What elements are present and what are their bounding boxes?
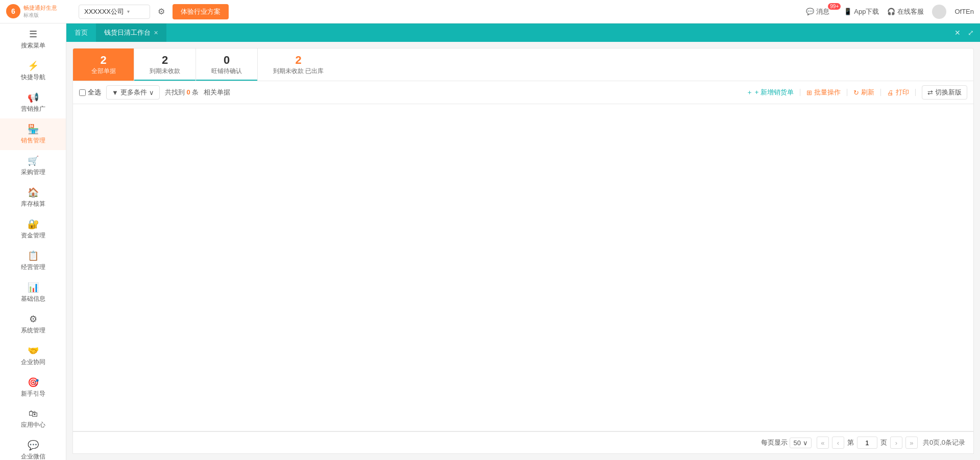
- company-name: XXXXXX公司: [84, 7, 124, 16]
- sidebar-label-app-center: 应用中心: [21, 421, 45, 429]
- sidebar-label-inventory: 库存核算: [21, 200, 45, 208]
- sidebar-label-quick-nav: 快捷导航: [21, 73, 45, 82]
- sidebar-item-system[interactable]: ⚙ 系统管理: [0, 308, 66, 340]
- stat-tab-overdue-shipped[interactable]: 2 到期未收款 已出库: [258, 49, 339, 81]
- guide-icon: 🎯: [28, 377, 39, 388]
- tab-indicator-overdue: [134, 80, 195, 81]
- quick-nav-icon: ⚡: [28, 60, 39, 71]
- sidebar-item-marketing[interactable]: 📢 营销推广: [0, 87, 66, 118]
- related-orders-link[interactable]: 相关单据: [204, 88, 230, 97]
- sidebar-item-operations[interactable]: 📋 经营管理: [0, 245, 66, 277]
- online-service-label: 在线客服: [897, 7, 924, 16]
- message-action[interactable]: 💬 消息 99+: [806, 7, 836, 16]
- stat-label-overdue-shipped: 到期未收款 已出库: [273, 67, 324, 76]
- toolbar-left: 全选 ▼ 更多条件 ∨ 共找到 0 条 相关单据: [79, 85, 740, 100]
- app-download-label: App下载: [854, 7, 879, 16]
- page-size-select: 每页显示 50 ∨: [761, 438, 811, 448]
- tab-cash-goods[interactable]: 钱货日清工作台 ✕: [96, 23, 166, 42]
- switch-icon: ⇄: [927, 89, 933, 96]
- tab-maximize-icon[interactable]: ⤢: [966, 28, 976, 38]
- tab-home-label: 首页: [75, 28, 88, 37]
- logo-area: 6 畅捷通好生意 标准版: [6, 4, 72, 18]
- per-page-label: 每页显示: [761, 438, 788, 447]
- sidebar-item-search-menu[interactable]: ☰ 搜索菜单: [0, 23, 66, 55]
- chevron-down-icon: ▾: [127, 9, 130, 14]
- print-button[interactable]: 🖨 打印: [887, 88, 909, 97]
- sidebar-item-purchase[interactable]: 🛒 采购管理: [0, 150, 66, 182]
- batch-button[interactable]: ⊞ 批量操作: [806, 88, 841, 97]
- sidebar-item-finance[interactable]: 🔐 资金管理: [0, 213, 66, 245]
- tab-bar: 首页 钱货日清工作台 ✕ ✕ ⤢: [66, 23, 980, 42]
- content-area: 首页 钱货日清工作台 ✕ ✕ ⤢ 2 全部单据 2 到期未收款: [66, 23, 980, 460]
- sidebar-item-inventory[interactable]: 🏠 库存核算: [0, 182, 66, 213]
- page-of-label: 页: [880, 438, 887, 447]
- operations-icon: 📋: [28, 250, 39, 261]
- sidebar-item-sales[interactable]: 🏪 销售管理: [0, 118, 66, 150]
- settings-icon[interactable]: ⚙: [154, 5, 168, 19]
- stat-count-overdue-shipped: 2: [296, 54, 302, 67]
- tab-indicator-pending: [196, 80, 257, 81]
- filter-icon: ▼: [112, 89, 118, 96]
- logo-text: 畅捷通好生意 标准版: [23, 4, 57, 18]
- sidebar-label-finance: 资金管理: [21, 231, 45, 240]
- next-page-button[interactable]: ›: [890, 437, 902, 449]
- avatar[interactable]: [932, 5, 946, 19]
- sidebar-label-operations: 经营管理: [21, 263, 45, 272]
- stat-tab-all[interactable]: 2 全部单据: [73, 49, 134, 81]
- first-page-button[interactable]: «: [817, 437, 829, 449]
- page-input[interactable]: [857, 437, 877, 449]
- add-order-label: + 新增销货单: [755, 88, 794, 97]
- stat-count-all: 2: [100, 54, 106, 67]
- last-page-button[interactable]: »: [905, 437, 918, 449]
- stats-tabs: 2 全部单据 2 到期未收款 0 旺铺待确认 2 到期未收款 已出库: [72, 48, 974, 81]
- enterprise-icon: 🤝: [28, 345, 39, 356]
- base-info-icon: 📊: [28, 282, 39, 293]
- stat-tab-pending[interactable]: 0 旺铺待确认: [196, 49, 258, 81]
- sidebar-item-app-center[interactable]: 🛍 应用中心: [0, 403, 66, 434]
- sidebar-item-guide[interactable]: 🎯 新手引导: [0, 372, 66, 403]
- sidebar-item-base-info[interactable]: 📊 基础信息: [0, 277, 66, 308]
- tab-close-icon[interactable]: ✕: [154, 30, 158, 36]
- stat-tab-overdue[interactable]: 2 到期未收款: [134, 49, 196, 81]
- search-menu-icon: ☰: [29, 29, 37, 40]
- experience-button[interactable]: 体验行业方案: [173, 4, 229, 19]
- divider-4: [915, 89, 916, 96]
- tab-home[interactable]: 首页: [66, 23, 96, 42]
- prev-page-button[interactable]: ‹: [832, 437, 844, 449]
- checkbox-input[interactable]: [79, 89, 86, 96]
- system-icon: ⚙: [29, 313, 37, 325]
- finance-icon: 🔐: [28, 219, 39, 230]
- stat-label-all: 全部单据: [91, 67, 116, 76]
- tab-minimize-icon[interactable]: ✕: [952, 28, 963, 38]
- company-selector[interactable]: XXXXXX公司 ▾: [79, 5, 150, 19]
- wechat-icon: 💬: [28, 440, 39, 451]
- sidebar-item-enterprise[interactable]: 🤝 企业协同: [0, 340, 66, 372]
- refresh-icon: ↻: [853, 89, 859, 96]
- stat-count-overdue: 2: [162, 54, 168, 67]
- online-service-action[interactable]: 🎧 在线客服: [887, 7, 924, 16]
- result-count: 0: [187, 88, 190, 96]
- sidebar-label-sales: 销售管理: [21, 136, 45, 145]
- refresh-button[interactable]: ↻ 刷新: [853, 88, 874, 97]
- top-header: 6 畅捷通好生意 标准版 XXXXXX公司 ▾ ⚙ 体验行业方案 💬 消息 99…: [0, 0, 980, 23]
- switch-version-button[interactable]: ⇄ 切换新版: [922, 85, 967, 100]
- app-download-action[interactable]: 📱 App下载: [844, 7, 879, 16]
- add-order-button[interactable]: ＋ + 新增销货单: [746, 88, 794, 97]
- batch-label: 批量操作: [814, 88, 841, 97]
- select-all-checkbox[interactable]: 全选: [79, 88, 101, 97]
- sidebar-label-purchase: 采购管理: [21, 168, 45, 177]
- more-filters-button[interactable]: ▼ 更多条件 ∨: [106, 85, 160, 100]
- logo-icon: 6: [6, 4, 20, 18]
- sidebar-item-wechat[interactable]: 💬 企业微信: [0, 434, 66, 460]
- sidebar-item-quick-nav[interactable]: ⚡ 快捷导航: [0, 55, 66, 87]
- divider-3: [880, 89, 881, 96]
- inventory-icon: 🏠: [28, 187, 39, 198]
- main-layout: ☰ 搜索菜单 ⚡ 快捷导航 📢 营销推广 🏪 销售管理 🛒 采购管理 🏠 库存核…: [0, 23, 980, 460]
- message-label: 消息: [816, 7, 829, 16]
- divider-1: [800, 89, 800, 96]
- table-container: [72, 104, 974, 431]
- page-label: 第: [847, 438, 854, 447]
- download-icon: 📱: [844, 8, 852, 15]
- add-icon: ＋: [746, 88, 753, 97]
- per-page-select[interactable]: 50 ∨: [790, 438, 811, 448]
